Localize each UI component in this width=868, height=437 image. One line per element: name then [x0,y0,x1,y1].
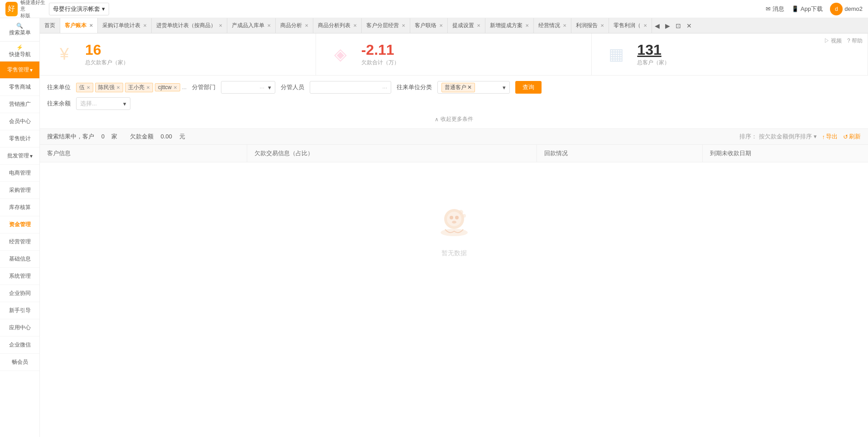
tab-close-customer-ledger[interactable]: ✕ [89,23,93,28]
tab-close-customer-layer[interactable]: ✕ [402,23,405,28]
tab-purchase-order[interactable]: 采购订单统计表 ✕ [98,18,152,33]
tab-close-purchase-order[interactable]: ✕ [143,23,147,28]
tab-next-button[interactable]: ▶ [662,18,673,33]
chevron-down-icon: ▾ [123,100,126,107]
help-button[interactable]: ? 帮助 [847,37,863,45]
dept-more-icon: ··· [259,84,264,91]
user-area[interactable]: d demo2 [830,3,863,15]
sidebar-item-marketing[interactable]: 营销推广 [0,96,39,113]
sidebar-item-basic-info[interactable]: 基础信息 [0,251,39,268]
remove-tag-chen[interactable]: ✕ [116,85,120,90]
refresh-button[interactable]: ↺ 刷新 [843,133,861,141]
sidebar-item-system[interactable]: 系统管理 [0,268,39,285]
tab-close-product-list[interactable]: ✕ [353,23,357,28]
tab-customer-layer[interactable]: 客户分层经营 ✕ [362,18,410,33]
tab-customer-ledger[interactable]: 客户账本 ✕ [60,18,98,33]
tab-profit-report[interactable]: 利润报告 ✕ [571,18,609,33]
sidebar-item-appstore[interactable]: 应用中心 [0,319,39,337]
topbar: 好 畅捷通好生意 标版 母婴行业演示帐套 ▾ ✉ 消息 📱 App下载 d de… [0,0,868,18]
tab-close-new-commission[interactable]: ✕ [525,23,529,28]
sidebar-item-enterprise[interactable]: 企业协同 [0,285,39,302]
stat-content-customers: 16 总欠款客户（家） [85,43,129,66]
query-button[interactable]: 查询 [515,81,542,94]
stat-label-total: 总客户（家） [637,59,670,66]
tab-close-operations[interactable]: ✕ [563,23,566,28]
filter-tag-wu[interactable]: 伍 ✕ [76,83,93,92]
sidebar-item-retail-stats[interactable]: 零售统计 [0,130,39,147]
tab-expand-button[interactable]: ⊡ [673,18,684,33]
tab-close-commission-setting[interactable]: ✕ [477,23,480,28]
filter-tag-chen[interactable]: 陈民强 ✕ [95,83,123,92]
sidebar-item-ecommerce[interactable]: 电商管理 [0,165,39,182]
demo-selector[interactable]: 母婴行业演示帐套 ▾ [49,3,109,15]
sidebar-item-newguide[interactable]: 新手引导 [0,302,39,319]
tab-retail-profit[interactable]: 零售利润（ ✕ [609,18,652,33]
tab-home[interactable]: 首页 [40,18,60,33]
balance-select[interactable]: 选择... ▾ [76,97,130,110]
sidebar-item-procurement[interactable]: 采购管理 [0,182,39,199]
message-button[interactable]: ✉ 消息 [766,5,784,13]
tab-purchase-stats[interactable]: 进货单统计表（按商品） ✕ [152,18,227,33]
export-button[interactable]: ↑ 导出 [822,133,838,141]
sidebar-item-vip[interactable]: 畅会员 [0,354,39,371]
sidebar-item-retail-manage[interactable]: 零售管理 ▾ [0,62,39,79]
sidebar-quick-nav[interactable]: ⚡ 快捷导航 [0,42,39,62]
tab-prev-button[interactable]: ◀ [652,18,662,33]
table-header-row: 客户信息 欠款交易信息（占比） 回款情况 到期未收款日期 [40,145,868,162]
chevron-down-icon: ▾ [30,67,33,73]
filter-tag-cjttcw[interactable]: cjttcw ✕ [155,83,180,91]
sidebar-search[interactable]: 🔍 搜索菜单 [0,18,39,42]
tab-close-profit-report[interactable]: ✕ [600,23,604,28]
app-icon: 📱 [791,5,799,12]
tab-close-all-button[interactable]: ✕ [684,18,695,33]
filter-tags: 伍 ✕ 陈民强 ✕ 王小亮 ✕ cjttcw ✕ [76,83,187,92]
sidebar-item-wechat[interactable]: 企业微信 [0,337,39,354]
person-input[interactable]: ··· [310,81,391,94]
filter-area: 往来单位 伍 ✕ 陈民强 ✕ 王小亮 ✕ [40,76,868,129]
page-content: ¥ 16 总欠款客户（家） ◈ -2.11 欠款合计（万） ▦ [40,33,868,437]
sidebar-item-wholesale[interactable]: 批发管理 ▾ [0,147,39,165]
svg-point-3 [450,216,453,219]
sidebar-item-retail-mall[interactable]: 零售商城 [0,79,39,96]
filter-tag-wang[interactable]: 王小亮 ✕ [125,83,153,92]
collapse-button[interactable]: ∧ 收起更多条件 [47,114,861,125]
chevron-down-icon: ▾ [814,133,817,140]
remove-tag-wang[interactable]: ✕ [146,85,150,90]
sidebar-item-inventory[interactable]: 库存核算 [0,199,39,216]
tab-close-purchase-stats[interactable]: ✕ [219,23,222,28]
remove-tag-wu[interactable]: ✕ [86,85,90,90]
tab-close-retail-profit[interactable]: ✕ [643,23,647,28]
nav-icon: ⚡ [0,44,39,51]
sidebar-item-member-center[interactable]: 会员中心 [0,113,39,130]
dept-select[interactable]: ··· ▾ [221,81,275,94]
chevron-up-icon: ∧ [435,116,439,123]
empty-text: 暂无数据 [441,249,467,257]
tab-new-commission[interactable]: 新增提成方案 ✕ [485,18,534,33]
unit-filter-label: 往来单位 [47,83,71,91]
tab-product-analysis[interactable]: 商品分析 ✕ [276,18,313,33]
filter-more-tags[interactable]: ... [182,84,187,90]
app-download-button[interactable]: 📱 App下载 [791,5,823,13]
tab-bar: 首页 客户账本 ✕ 采购订单统计表 ✕ 进货单统计表（按商品） ✕ 产成品入库单… [40,18,868,33]
tab-close-production[interactable]: ✕ [267,23,271,28]
tab-close-product-analysis[interactable]: ✕ [305,23,308,28]
tab-customer-contact[interactable]: 客户联络 ✕ [410,18,448,33]
filter-row-2: 往来余额 选择... ▾ [47,97,861,110]
remove-selected-tag[interactable]: ✕ [467,84,472,90]
tab-production[interactable]: 产成品入库单 ✕ [227,18,276,33]
sidebar-item-operations[interactable]: 经营管理 [0,233,39,251]
tab-close-customer-contact[interactable]: ✕ [439,23,443,28]
sidebar-item-finance[interactable]: 资金管理 [0,216,39,233]
tab-product-list[interactable]: 商品分析列表 ✕ [313,18,362,33]
tab-commission-setting[interactable]: 提成设置 ✕ [448,18,485,33]
stat-label-amount: 欠款合计（万） [361,59,399,66]
stat-icon-total: ▦ [603,41,630,68]
unit-type-select[interactable]: 普通客户 ✕ ▾ [437,81,510,94]
remove-tag-cjttcw[interactable]: ✕ [173,85,177,90]
svg-point-2 [447,212,461,226]
result-actions: 排序： 按欠款金额倒序排序 ▾ ↑ 导出 ↺ 刷新 [739,133,861,141]
stat-number-amount: -2.11 [361,43,399,57]
person-more-icon: ··· [382,84,387,91]
video-help-button[interactable]: ▷ 视频 [824,37,842,45]
tab-operations[interactable]: 经营情况 ✕ [534,18,571,33]
